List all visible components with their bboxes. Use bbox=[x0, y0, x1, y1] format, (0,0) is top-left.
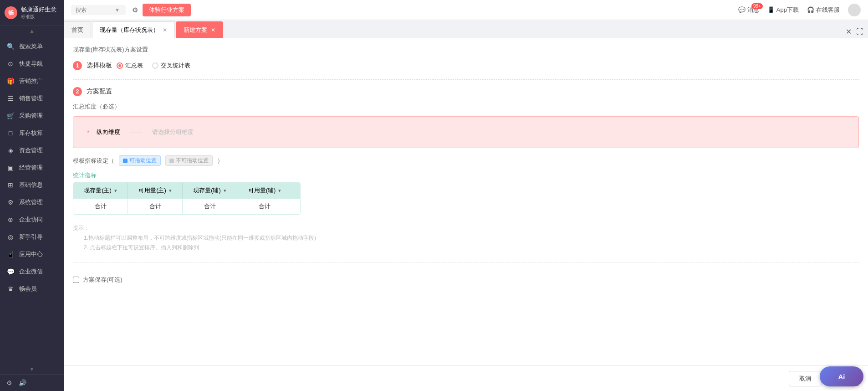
logo-icon: 畅 bbox=[5, 6, 17, 19]
tab-new-scheme-label: 新建方案 bbox=[184, 26, 207, 34]
sidebar-item-quick-nav[interactable]: ⊙ 快捷导航 bbox=[0, 55, 64, 72]
search-input[interactable] bbox=[76, 7, 112, 13]
dimension-separator: —— bbox=[130, 129, 142, 136]
step2-header: 2 方案配置 bbox=[73, 87, 859, 96]
tab-expand-icon[interactable]: ⛶ bbox=[856, 28, 863, 36]
tab-close-window-icon[interactable]: ✕ bbox=[846, 27, 852, 36]
sidebar-item-app-center[interactable]: 📱 应用中心 bbox=[0, 246, 64, 263]
radio-cross-dot bbox=[152, 62, 158, 69]
fixed-tag-label: 不可拖动位置 bbox=[176, 157, 209, 165]
stats-col-2-header[interactable]: 可用量(主) ▾ bbox=[128, 183, 183, 198]
scheme-settings-panel: 现存量(库存状况表)方案设置 1 选择模板 汇总表 交叉统计表 bbox=[64, 38, 868, 297]
member-icon: ♛ bbox=[6, 285, 15, 293]
industry-solution-button[interactable]: 体验行业方案 bbox=[143, 4, 191, 16]
col-3-chevron-icon[interactable]: ▾ bbox=[224, 188, 226, 194]
col-1-chevron-icon[interactable]: ▾ bbox=[114, 188, 117, 194]
app-download-label: App下载 bbox=[776, 6, 799, 14]
col-3-label: 现存量(辅) bbox=[193, 186, 221, 195]
sidebar-item-new-guide[interactable]: ◎ 新手引导 bbox=[0, 228, 64, 246]
topbar-right: 💬 消息 99+ 📱 App下载 🎧 在线客服 bbox=[738, 4, 861, 16]
required-mark: * bbox=[87, 129, 89, 136]
radio-summary-dot bbox=[117, 62, 123, 69]
sidebar-item-purchase[interactable]: 🛒 采购管理 bbox=[0, 107, 64, 124]
sidebar-item-inventory[interactable]: □ 库存核算 bbox=[0, 124, 64, 142]
indicator-settings: 模板指标设定（ 可拖动位置 不可拖动位置 ） 统计指标 bbox=[73, 155, 859, 216]
step2-number: 2 bbox=[73, 87, 82, 96]
tips-prefix: 提示： bbox=[73, 225, 89, 231]
sidebar-item-label: 搜索菜单 bbox=[19, 42, 43, 51]
guide-icon: ◎ bbox=[6, 233, 15, 241]
content-area: 现存量(库存状况表)方案设置 1 选择模板 汇总表 交叉统计表 bbox=[64, 38, 868, 365]
tab-home[interactable]: 首页 bbox=[64, 21, 91, 38]
radio-cross-label: 交叉统计表 bbox=[161, 62, 190, 70]
logo-app-name: 畅康通好生意 bbox=[21, 5, 56, 14]
stats-col-4-header[interactable]: 可用量(辅) ▾ bbox=[237, 183, 292, 198]
sidebar-item-label: 应用中心 bbox=[19, 250, 43, 258]
gift-icon: 🎁 bbox=[6, 77, 15, 85]
settings-icon[interactable]: ⚙ bbox=[6, 379, 12, 386]
stats-col-3-header[interactable]: 现存量(辅) ▾ bbox=[183, 183, 237, 198]
sidebar-item-operations[interactable]: ▣ 经营管理 bbox=[0, 159, 64, 176]
sidebar-item-sales[interactable]: ☰ 销售管理 bbox=[0, 90, 64, 107]
tabbar: 首页 现存量（库存状况表） ✕ 新建方案 ✕ ✕ ⛶ bbox=[64, 20, 868, 38]
tab-inventory-status[interactable]: 现存量（库存状况表） ✕ bbox=[92, 21, 175, 38]
sidebar-item-label: 新手引导 bbox=[19, 233, 43, 241]
col-4-chevron-icon[interactable]: ▾ bbox=[278, 188, 281, 194]
sidebar-item-label: 经营管理 bbox=[19, 164, 43, 172]
sidebar-item-label: 企业微信 bbox=[19, 268, 43, 276]
col-2-chevron-icon[interactable]: ▾ bbox=[169, 188, 172, 194]
operations-icon: ▣ bbox=[6, 164, 15, 171]
finance-icon: ◈ bbox=[6, 147, 15, 154]
stats-col-1-header[interactable]: 现存量(主) ▾ bbox=[73, 183, 128, 198]
tab-new-scheme-close-icon[interactable]: ✕ bbox=[211, 27, 215, 33]
ai-label: Ai bbox=[838, 373, 845, 381]
tips-section: 提示： 1.拖动标题栏可以调整布局，不可跨维度或指标区域拖动(只能在同一维度或指… bbox=[73, 223, 859, 253]
indicator-settings-label: 模板指标设定（ 可拖动位置 不可拖动位置 ） bbox=[73, 155, 859, 166]
online-service-button[interactable]: 🎧 在线客服 bbox=[807, 6, 840, 14]
tab-home-label: 首页 bbox=[71, 26, 83, 34]
messages-button[interactable]: 💬 消息 99+ bbox=[738, 6, 759, 14]
sidebar-item-label: 销售管理 bbox=[19, 94, 43, 103]
inventory-icon: □ bbox=[6, 129, 15, 137]
radio-cross[interactable]: 交叉统计表 bbox=[152, 62, 190, 70]
sidebar-item-cooperation[interactable]: ⊕ 企业协同 bbox=[0, 211, 64, 228]
cancel-button[interactable]: 取消 bbox=[789, 371, 822, 386]
sales-icon: ☰ bbox=[6, 95, 15, 102]
topbar-search-box[interactable]: ▼ bbox=[71, 5, 126, 15]
sidebar-item-basic-info[interactable]: ⊞ 基础信息 bbox=[0, 176, 64, 194]
summary-dimension-label: 汇总维度（必选） bbox=[73, 103, 859, 111]
sidebar-footer: ⚙ 🔊 bbox=[0, 374, 64, 391]
stats-section: 统计指标 现存量(主) ▾ 可用量(主) ▾ bbox=[73, 171, 859, 216]
step1-section: 1 选择模板 汇总表 交叉统计表 bbox=[73, 61, 859, 70]
sidebar-item-search-menu[interactable]: 🔍 搜索菜单 bbox=[0, 38, 64, 55]
sidebar-item-marketing[interactable]: 🎁 营销推广 bbox=[0, 72, 64, 90]
user-avatar[interactable] bbox=[848, 4, 861, 16]
tab-new-scheme[interactable]: 新建方案 ✕ bbox=[176, 21, 223, 38]
headset-icon: 🎧 bbox=[807, 6, 814, 13]
tip-2: 2. 点击标题栏下拉可设置排序、插入列和删除列 bbox=[73, 243, 859, 253]
message-icon: 💬 bbox=[738, 6, 745, 13]
save-checkbox[interactable] bbox=[73, 277, 79, 283]
ai-float-button[interactable]: Ai bbox=[820, 366, 863, 386]
radio-summary[interactable]: 汇总表 bbox=[117, 62, 143, 70]
app-center-icon: 📱 bbox=[6, 251, 15, 258]
sidebar-item-label: 企业协同 bbox=[19, 216, 43, 224]
audio-icon[interactable]: 🔊 bbox=[19, 379, 26, 386]
sidebar-item-system[interactable]: ⚙ 系统管理 bbox=[0, 194, 64, 211]
page-title: 现存量(库存状况表)方案设置 bbox=[73, 46, 859, 54]
sidebar-item-finance[interactable]: ◈ 资金管理 bbox=[0, 142, 64, 159]
radio-summary-label: 汇总表 bbox=[125, 62, 143, 70]
stats-data-col-1: 合计 bbox=[73, 199, 128, 214]
home-icon: ⊙ bbox=[6, 60, 15, 67]
settings-gear-icon[interactable]: ⚙ bbox=[132, 6, 138, 14]
tab-inventory-close-icon[interactable]: ✕ bbox=[163, 27, 167, 33]
sidebar-logo: 畅 畅康通好生意 标准版 bbox=[0, 0, 64, 26]
movable-tag: 可拖动位置 bbox=[119, 155, 161, 166]
app-download-button[interactable]: 📱 App下载 bbox=[767, 6, 799, 14]
sidebar-item-wechat[interactable]: 💬 企业微信 bbox=[0, 263, 64, 280]
stats-title: 统计指标 bbox=[73, 171, 859, 180]
basic-info-icon: ⊞ bbox=[6, 181, 15, 189]
bottom-divider bbox=[73, 262, 859, 262]
sidebar-item-label: 资金管理 bbox=[19, 146, 43, 154]
sidebar-item-member[interactable]: ♛ 畅会员 bbox=[0, 280, 64, 298]
